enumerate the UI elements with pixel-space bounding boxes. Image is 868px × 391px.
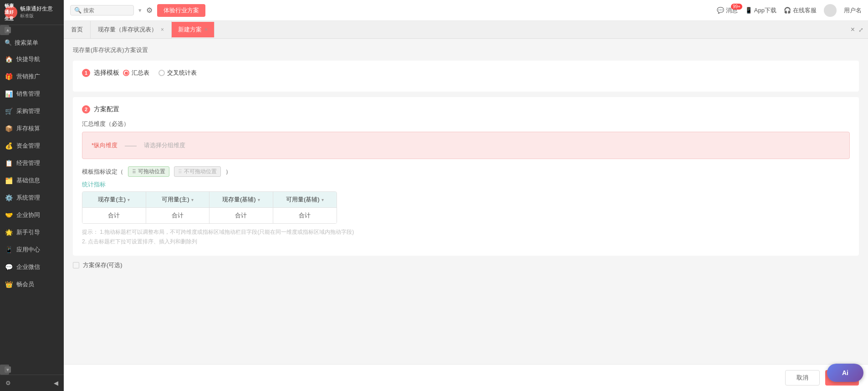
wechat-icon: 💬 bbox=[5, 263, 13, 271]
tab-home-label: 首页 bbox=[71, 26, 83, 34]
col2-chevron[interactable]: ▾ bbox=[191, 197, 194, 202]
col3-label: 现存量(基辅) bbox=[222, 196, 256, 204]
logo-icon: 畅康通好生意 bbox=[5, 6, 17, 19]
col4-chevron[interactable]: ▾ bbox=[322, 197, 324, 202]
stats-cell-3: 合计 bbox=[209, 208, 273, 223]
radio-summary-circle[interactable] bbox=[123, 70, 129, 76]
ai-bubble[interactable]: Ai bbox=[827, 364, 863, 382]
draggable-indicator: ⠿ 可拖动位置 bbox=[128, 166, 169, 177]
dimension-placeholder[interactable]: 请选择分组维度 bbox=[144, 141, 185, 149]
dimension-separator: —— bbox=[125, 142, 137, 149]
phone-icon: 📱 bbox=[745, 7, 752, 14]
app-name: 畅康通好生意 bbox=[20, 5, 53, 13]
newbie-icon: 🌟 bbox=[5, 228, 13, 237]
sidebar-item-label: 快捷导航 bbox=[16, 55, 40, 63]
sidebar-item-newbie[interactable]: 🌟 新手引导 bbox=[0, 224, 64, 241]
sidebar-nav: 🏠 快捷导航 🎁 营销推广 📊 销售管理 🛒 采购管理 📦 库存核算 💰 资金管… bbox=[0, 51, 64, 365]
scroll-down-icon[interactable]: ▼ bbox=[5, 366, 11, 373]
topbar-right: 💬 消息 99+ 📱 App下载 🎧 在线客服 用户名 bbox=[717, 4, 862, 17]
collapse-icon[interactable]: ◀ bbox=[54, 380, 58, 386]
indicator-settings-text: 模板指标设定（ bbox=[82, 168, 123, 176]
radio-cross[interactable]: 交叉统计表 bbox=[158, 69, 197, 77]
finance-icon: 💰 bbox=[5, 142, 13, 150]
sidebar-item-label: 库存核算 bbox=[16, 124, 40, 133]
sidebar-item-label: 销售管理 bbox=[16, 90, 40, 98]
system-icon: ⚙️ bbox=[5, 194, 13, 202]
sidebar-item-system[interactable]: ⚙️ 系统管理 bbox=[0, 189, 64, 206]
service-label: 在线客服 bbox=[793, 6, 817, 15]
sidebar-item-purchase[interactable]: 🛒 采购管理 bbox=[0, 103, 64, 120]
expand-window-btn[interactable]: ⤢ bbox=[858, 26, 863, 33]
message-icon: 💬 bbox=[717, 7, 724, 14]
sidebar-item-label: 基础信息 bbox=[16, 176, 40, 185]
app-version: 标准版 bbox=[20, 13, 53, 19]
template-radio-group: 汇总表 交叉统计表 bbox=[123, 69, 197, 77]
sidebar-item-operations[interactable]: 📋 经营管理 bbox=[0, 154, 64, 172]
non-draggable-label: 不可拖动位置 bbox=[184, 168, 217, 175]
sidebar-item-inventory[interactable]: 📦 库存核算 bbox=[0, 120, 64, 137]
headset-icon: 🎧 bbox=[784, 7, 791, 14]
draggable-label: 可拖动位置 bbox=[138, 168, 165, 175]
save-label: 方案保存(可选) bbox=[83, 261, 123, 269]
stats-col-header-4[interactable]: 可用量(基辅) ▾ bbox=[273, 192, 337, 207]
indicator-settings-non-drag-indicator: ⠿ 不可拖动位置 bbox=[174, 166, 221, 177]
scroll-up-btn[interactable]: ▲ bbox=[0, 25, 9, 35]
gear-icon[interactable]: ⚙ bbox=[146, 6, 153, 15]
close-window-btn[interactable]: × bbox=[851, 26, 855, 34]
step2-header: 2 方案配置 bbox=[82, 105, 850, 113]
sidebar-item-wechat[interactable]: 💬 企业微信 bbox=[0, 258, 64, 276]
online-service-btn[interactable]: 🎧 在线客服 bbox=[784, 6, 817, 15]
sidebar-item-membership[interactable]: 👑 畅会员 bbox=[0, 276, 64, 293]
indicator-settings-label: 模板指标设定（ ⠿ 可拖动位置 ⠿ 不可拖动位置 ） bbox=[82, 166, 850, 177]
sidebar-item-apps[interactable]: 📱 应用中心 bbox=[0, 241, 64, 258]
topbar-dropdown-icon[interactable]: ▾ bbox=[138, 7, 142, 14]
sidebar-item-basic-info[interactable]: 🗂️ 基础信息 bbox=[0, 172, 64, 189]
indicator-settings-suffix: ） bbox=[225, 168, 231, 176]
username-label[interactable]: 用户名 bbox=[844, 6, 862, 15]
app-download-label: App下载 bbox=[754, 6, 776, 15]
messages-btn[interactable]: 💬 消息 99+ bbox=[717, 6, 738, 15]
radio-cross-circle[interactable] bbox=[158, 70, 165, 76]
non-draggable-indicator: ⠿ 不可拖动位置 bbox=[174, 166, 221, 177]
settings-icon[interactable]: ⚙ bbox=[5, 380, 11, 386]
stats-col-header-1[interactable]: 现存量(主) ▾ bbox=[82, 192, 146, 207]
sidebar-logo: 畅康通好生意 畅康通好生意 标准版 bbox=[0, 0, 64, 25]
tab-new-plan-close[interactable]: × bbox=[204, 26, 208, 33]
sidebar-item-contracts[interactable]: 🤝 企业协同 bbox=[0, 206, 64, 224]
drag-icon: ⠿ bbox=[132, 169, 136, 175]
cancel-button[interactable]: 取消 bbox=[785, 370, 820, 386]
scroll-up-icon[interactable]: ▲ bbox=[5, 27, 11, 33]
step1-header: 1 选择模板 汇总表 交叉统计表 bbox=[82, 69, 850, 77]
radio-cross-label: 交叉统计表 bbox=[167, 69, 197, 77]
tab-inventory-close[interactable]: × bbox=[161, 26, 164, 33]
col1-label: 现存量(主) bbox=[98, 196, 126, 204]
topbar-search-input[interactable] bbox=[83, 7, 120, 14]
stats-col-header-3[interactable]: 现存量(基辅) ▾ bbox=[209, 192, 273, 207]
tab-inventory-label: 现存量（库存状况表） bbox=[98, 26, 157, 34]
topbar-search-box[interactable]: 🔍 bbox=[70, 5, 134, 15]
tab-new-plan[interactable]: 新建方案 × bbox=[172, 22, 214, 37]
stats-col-header-2[interactable]: 可用量(主) ▾ bbox=[146, 192, 210, 207]
trial-btn[interactable]: 体验行业方案 bbox=[157, 4, 205, 17]
save-checkbox[interactable] bbox=[73, 262, 79, 268]
col1-chevron[interactable]: ▾ bbox=[128, 197, 130, 202]
sidebar-item-marketing[interactable]: 🎁 营销推广 bbox=[0, 68, 64, 85]
col3-chevron[interactable]: ▾ bbox=[258, 197, 260, 202]
app-download-btn[interactable]: 📱 App下载 bbox=[745, 6, 776, 15]
messages-badge: 99+ bbox=[731, 4, 742, 10]
sidebar-item-quick-nav[interactable]: 🏠 快捷导航 bbox=[0, 51, 64, 68]
sidebar-item-sales[interactable]: 📊 销售管理 bbox=[0, 85, 64, 103]
radio-summary[interactable]: 汇总表 bbox=[123, 69, 149, 77]
sidebar-item-finance[interactable]: 💰 资金管理 bbox=[0, 137, 64, 154]
tab-home[interactable]: 首页 bbox=[64, 21, 91, 38]
sidebar-search-item[interactable]: 🔍 搜索菜单 bbox=[0, 35, 64, 51]
stats-table-row: 合计 合计 合计 合计 bbox=[82, 207, 337, 223]
save-option: 方案保存(可选) bbox=[73, 261, 859, 269]
sidebar-item-label: 经营管理 bbox=[16, 159, 40, 167]
scroll-down-btn[interactable]: ▼ bbox=[0, 365, 9, 375]
tip-line-2: 2. 点击标题栏下拉可设置排序、插入列和删除列 bbox=[82, 238, 850, 246]
sidebar: 畅康通好生意 畅康通好生意 标准版 ▲ 🔍 搜索菜单 🏠 快捷导航 🎁 营销推广… bbox=[0, 0, 64, 391]
tab-inventory-status[interactable]: 现存量（库存状况表） × bbox=[91, 21, 172, 38]
step2-section: 2 方案配置 汇总维度（必选） *纵向维度 —— 请选择分组维度 模板指标设定（… bbox=[73, 97, 859, 256]
topbar: 🔍 ▾ ⚙ 体验行业方案 💬 消息 99+ 📱 App下载 🎧 在线客服 用户名 bbox=[64, 0, 868, 21]
